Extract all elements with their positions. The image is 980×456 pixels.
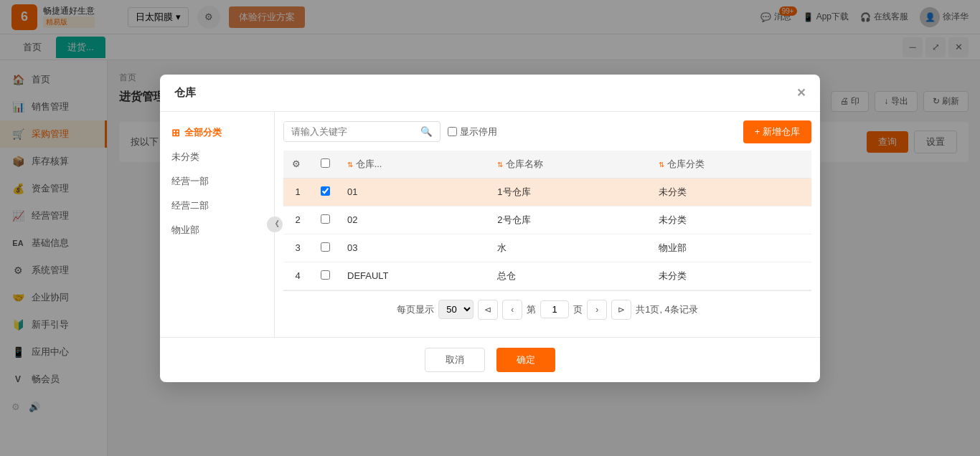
row-checkbox-cell: [312, 262, 339, 290]
row-checkbox[interactable]: [321, 214, 330, 224]
warehouse-table: ⚙ ⇅ 仓库... ⇅: [283, 151, 811, 290]
category-item-dept2[interactable]: 经营二部: [160, 194, 274, 218]
page-suffix: 页: [573, 303, 583, 316]
category-item-dept1[interactable]: 经营一部: [160, 169, 274, 194]
row-name: 2号仓库: [489, 206, 650, 234]
dialog-header: 仓库 ✕: [160, 75, 820, 112]
row-category: 物业部: [650, 234, 811, 262]
show-disabled-label[interactable]: 显示停用: [448, 125, 497, 138]
confirm-button[interactable]: 确定: [496, 348, 555, 372]
row-id: 03: [339, 234, 489, 262]
table-area: 🔍 显示停用 + 新增仓库 ⚙: [275, 112, 820, 337]
cancel-button[interactable]: 取消: [425, 348, 485, 372]
row-category: 未分类: [650, 262, 811, 290]
warehouse-dialog: 仓库 ✕ ⊞ 全部分类 未分类 经营一部 经营二部 物业部 《: [160, 75, 820, 382]
dialog-footer: 取消 确定: [160, 337, 820, 382]
th-gear: ⚙: [283, 151, 312, 179]
th-warehouse-id: ⇅ 仓库...: [339, 151, 489, 179]
category-grid-icon: ⊞: [171, 127, 180, 138]
add-warehouse-button[interactable]: + 新增仓库: [743, 120, 811, 143]
prev-page-btn[interactable]: ‹: [502, 300, 522, 320]
pagination: 每页显示 50 ⊲ ‹ 第 页 › ⊳ 共1页, 4条记录: [283, 290, 811, 328]
row-category: 未分类: [650, 206, 811, 234]
search-wrap: 🔍: [283, 121, 440, 142]
row-id: 02: [339, 206, 489, 234]
page-label: 第: [527, 303, 536, 316]
row-checkbox-cell: [312, 206, 339, 234]
row-id: DEFAULT: [339, 262, 489, 290]
row-id: 01: [339, 178, 489, 206]
show-disabled-text: 显示停用: [460, 125, 497, 138]
first-page-btn[interactable]: ⊲: [478, 300, 498, 320]
th-warehouse-category: ⇅ 仓库分类: [650, 151, 811, 179]
dialog-close-btn[interactable]: ✕: [796, 86, 806, 100]
category-header-label: 全部分类: [184, 126, 222, 139]
row-num: 1: [283, 178, 312, 206]
row-category: 未分类: [650, 178, 811, 206]
page-input[interactable]: [540, 300, 569, 318]
table-row[interactable]: 3 03 水 物业部: [283, 234, 811, 262]
gear-th-icon[interactable]: ⚙: [292, 158, 301, 169]
last-page-btn[interactable]: ⊳: [611, 300, 631, 320]
row-checkbox[interactable]: [321, 186, 330, 196]
row-checkbox[interactable]: [321, 242, 330, 252]
row-num: 4: [283, 262, 312, 290]
row-name: 1号仓库: [489, 178, 650, 206]
category-item-property[interactable]: 物业部: [160, 218, 274, 242]
search-input[interactable]: [284, 122, 413, 141]
row-num: 2: [283, 206, 312, 234]
category-header[interactable]: ⊞ 全部分类: [160, 120, 274, 145]
row-checkbox-cell: [312, 178, 339, 206]
modal-overlay: 仓库 ✕ ⊞ 全部分类 未分类 经营一部 经营二部 物业部 《: [0, 0, 980, 456]
table-body: 1 01 1号仓库 未分类 2: [283, 178, 811, 290]
table-row[interactable]: 2 02 2号仓库 未分类: [283, 206, 811, 234]
per-page-label: 每页显示: [397, 303, 434, 316]
per-page-select[interactable]: 50: [438, 300, 473, 319]
sort-icon-name: ⇅: [497, 161, 503, 168]
table-container: ⚙ ⇅ 仓库... ⇅: [283, 151, 811, 290]
sort-icon-cat: ⇅: [659, 161, 664, 168]
sort-icon: ⇅: [347, 161, 353, 168]
dialog-title: 仓库: [174, 86, 196, 100]
table-head: ⚙ ⇅ 仓库... ⇅: [283, 151, 811, 179]
search-button[interactable]: 🔍: [413, 122, 440, 141]
table-row[interactable]: 4 DEFAULT 总仓 未分类: [283, 262, 811, 290]
category-item-unclassified[interactable]: 未分类: [160, 145, 274, 169]
row-num: 3: [283, 234, 312, 262]
row-checkbox-cell: [312, 234, 339, 262]
th-checkbox: [312, 151, 339, 179]
th-warehouse-name: ⇅ 仓库名称: [489, 151, 650, 179]
row-name: 总仓: [489, 262, 650, 290]
next-page-btn[interactable]: ›: [587, 300, 607, 320]
total-info: 共1页, 4条记录: [636, 303, 698, 316]
select-all-checkbox[interactable]: [321, 158, 330, 168]
row-name: 水: [489, 234, 650, 262]
row-checkbox[interactable]: [321, 270, 330, 280]
table-row[interactable]: 1 01 1号仓库 未分类: [283, 178, 811, 206]
cat-collapse-btn[interactable]: 《: [267, 217, 283, 232]
show-disabled-checkbox[interactable]: [448, 127, 457, 136]
table-toolbar: 🔍 显示停用 + 新增仓库: [283, 120, 811, 143]
category-sidebar: ⊞ 全部分类 未分类 经营一部 经营二部 物业部 《: [160, 112, 275, 337]
table-header-row: ⚙ ⇅ 仓库... ⇅: [283, 151, 811, 179]
dialog-body: ⊞ 全部分类 未分类 经营一部 经营二部 物业部 《 🔍: [160, 112, 820, 337]
